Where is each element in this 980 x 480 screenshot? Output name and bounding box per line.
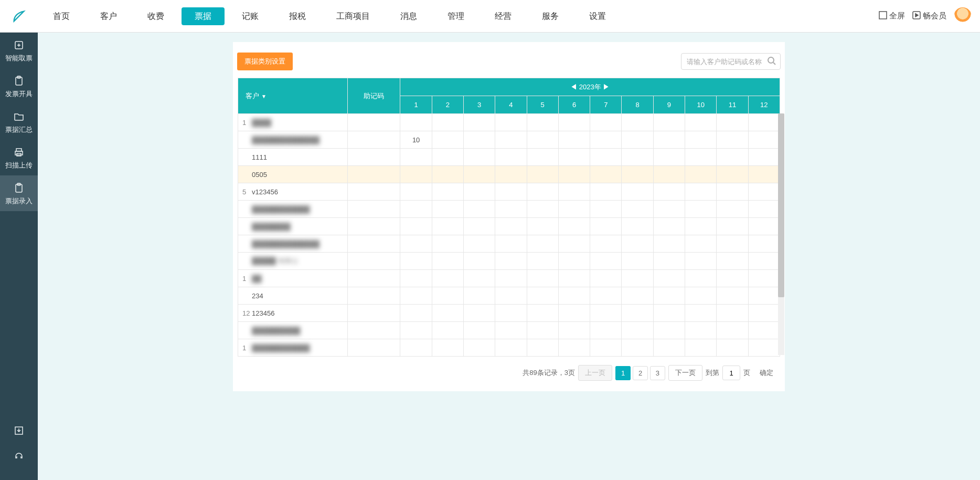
- cell-month[interactable]: [495, 149, 527, 166]
- cell-month[interactable]: [590, 253, 622, 270]
- cell-month[interactable]: [622, 339, 653, 357]
- cell-month[interactable]: [558, 235, 590, 253]
- nav-item-3[interactable]: 票据: [182, 7, 225, 25]
- cell-month[interactable]: [464, 131, 495, 149]
- cell-month[interactable]: [748, 339, 780, 357]
- cell-month[interactable]: [400, 114, 432, 131]
- table-row[interactable]: 1████████████: [238, 339, 780, 357]
- table-row[interactable]: ████████: [238, 218, 780, 235]
- cell-month[interactable]: [432, 339, 463, 357]
- cell-month[interactable]: [748, 287, 780, 305]
- cell-month[interactable]: [464, 287, 495, 305]
- cell-month[interactable]: [432, 287, 463, 305]
- cell-month[interactable]: [590, 114, 622, 131]
- cell-month[interactable]: [622, 131, 653, 149]
- search-icon[interactable]: [767, 56, 776, 68]
- cell-month[interactable]: [495, 201, 527, 218]
- cell-month[interactable]: [558, 183, 590, 201]
- cell-month[interactable]: [527, 149, 558, 166]
- cell-customer[interactable]: █████ 有限公: [238, 253, 348, 270]
- cell-month[interactable]: [685, 287, 717, 305]
- cell-month[interactable]: [527, 305, 558, 322]
- next-page-button[interactable]: 下一页: [668, 365, 702, 381]
- table-row[interactable]: 5v123456: [238, 183, 780, 201]
- cell-customer[interactable]: 12123456: [238, 305, 348, 322]
- cell-month[interactable]: [400, 253, 432, 270]
- cell-month[interactable]: [400, 339, 432, 357]
- cell-customer[interactable]: 234: [238, 287, 348, 305]
- cell-month[interactable]: [495, 270, 527, 287]
- cell-month[interactable]: [495, 305, 527, 322]
- cell-month[interactable]: [717, 166, 748, 183]
- cell-month[interactable]: [622, 218, 653, 235]
- cell-month[interactable]: [717, 201, 748, 218]
- table-row[interactable]: 1████: [238, 114, 780, 131]
- cell-month[interactable]: [400, 270, 432, 287]
- cell-month[interactable]: [527, 253, 558, 270]
- cell-customer[interactable]: 1██: [238, 270, 348, 287]
- cell-month[interactable]: [464, 339, 495, 357]
- cell-month[interactable]: [527, 201, 558, 218]
- cell-month[interactable]: [590, 235, 622, 253]
- cell-customer[interactable]: ████████: [238, 218, 348, 235]
- table-row[interactable]: 0505: [238, 166, 780, 183]
- support-button[interactable]: [0, 444, 38, 469]
- sidebar-item-3[interactable]: 扫描上传: [0, 140, 38, 175]
- cell-month[interactable]: [558, 131, 590, 149]
- cell-month[interactable]: [495, 253, 527, 270]
- cell-month[interactable]: [432, 131, 463, 149]
- cell-month[interactable]: [464, 218, 495, 235]
- cell-month[interactable]: [558, 322, 590, 339]
- cell-month[interactable]: [622, 322, 653, 339]
- table-row[interactable]: 1111: [238, 149, 780, 166]
- cell-month[interactable]: [558, 339, 590, 357]
- cell-month[interactable]: [685, 114, 717, 131]
- nav-item-0[interactable]: 首页: [40, 7, 83, 25]
- sidebar-item-4[interactable]: 票据录入: [0, 175, 38, 211]
- cell-month[interactable]: [717, 235, 748, 253]
- cell-month[interactable]: [653, 114, 685, 131]
- cell-month[interactable]: [558, 149, 590, 166]
- cell-month[interactable]: [653, 201, 685, 218]
- cell-month[interactable]: [432, 322, 463, 339]
- cell-month[interactable]: [717, 253, 748, 270]
- col-month-3[interactable]: 3: [464, 96, 495, 114]
- cell-month[interactable]: [558, 218, 590, 235]
- nav-item-9[interactable]: 经营: [482, 7, 525, 25]
- cell-month[interactable]: [653, 305, 685, 322]
- cell-month[interactable]: [495, 218, 527, 235]
- cell-month[interactable]: [685, 149, 717, 166]
- cell-month[interactable]: [527, 339, 558, 357]
- download-button[interactable]: [0, 419, 38, 444]
- cell-month[interactable]: [527, 131, 558, 149]
- cell-month[interactable]: [464, 305, 495, 322]
- nav-item-2[interactable]: 收费: [134, 7, 177, 25]
- cell-month[interactable]: [622, 270, 653, 287]
- nav-item-10[interactable]: 服务: [529, 7, 572, 25]
- cell-customer[interactable]: 1████: [238, 114, 348, 131]
- prev-page-button[interactable]: 上一页: [578, 365, 612, 381]
- table-row[interactable]: 12123456: [238, 305, 780, 322]
- col-month-5[interactable]: 5: [527, 96, 558, 114]
- cell-month[interactable]: [432, 270, 463, 287]
- cell-month[interactable]: [495, 114, 527, 131]
- cell-month[interactable]: [717, 218, 748, 235]
- sidebar-item-0[interactable]: 智能取票: [0, 33, 38, 68]
- cell-month[interactable]: [527, 270, 558, 287]
- cell-month[interactable]: [527, 166, 558, 183]
- scrollbar[interactable]: [778, 113, 784, 355]
- cell-month[interactable]: [717, 114, 748, 131]
- cell-month[interactable]: [464, 270, 495, 287]
- nav-item-11[interactable]: 设置: [576, 7, 619, 25]
- cell-month[interactable]: [653, 253, 685, 270]
- cell-month[interactable]: [748, 131, 780, 149]
- cell-month[interactable]: [622, 183, 653, 201]
- member-button[interactable]: 畅会员: [912, 11, 946, 21]
- page-number-3[interactable]: 3: [650, 366, 665, 380]
- cell-month[interactable]: [558, 305, 590, 322]
- cell-customer[interactable]: ████████████: [238, 201, 348, 218]
- col-month-2[interactable]: 2: [432, 96, 463, 114]
- cell-month[interactable]: [685, 253, 717, 270]
- cell-month[interactable]: [653, 270, 685, 287]
- col-customer[interactable]: 客户▼: [238, 78, 348, 114]
